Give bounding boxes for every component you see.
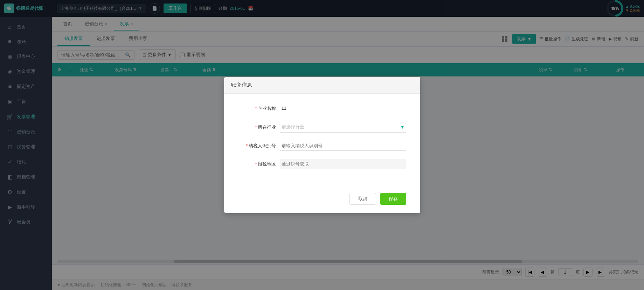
dialog-body: *企业名称 *所在行业 请选择行业 ▼ *纳税人识别号 bbox=[224, 94, 420, 187]
dialog-header: 账套信息 bbox=[224, 77, 420, 94]
modal-overlay: 账套信息 *企业名称 *所在行业 请选择行业 ▼ bbox=[0, 0, 644, 290]
industry-label: *所在行业 bbox=[238, 124, 280, 130]
cancel-button[interactable]: 取消 bbox=[349, 193, 376, 205]
form-row-industry: *所在行业 请选择行业 ▼ bbox=[238, 122, 406, 133]
form-row-company-name: *企业名称 bbox=[238, 103, 406, 113]
industry-select[interactable]: 请选择行业 ▼ bbox=[280, 122, 406, 133]
company-name-label: *企业名称 bbox=[238, 105, 280, 112]
industry-placeholder: 请选择行业 bbox=[282, 124, 304, 130]
company-name-input[interactable] bbox=[280, 103, 406, 113]
tax-id-label: *纳税人识别号 bbox=[238, 143, 280, 149]
tax-id-input[interactable] bbox=[280, 141, 406, 151]
account-info-dialog: 账套信息 *企业名称 *所在行业 请选择行业 ▼ bbox=[224, 77, 420, 213]
tax-region-label: *报税地区 bbox=[238, 161, 280, 167]
industry-dropdown-icon: ▼ bbox=[400, 124, 405, 130]
dialog-title: 账套信息 bbox=[231, 82, 252, 88]
save-button[interactable]: 保存 bbox=[380, 193, 406, 205]
form-row-tax-region: *报税地区 bbox=[238, 159, 406, 169]
tax-region-input bbox=[280, 159, 406, 169]
form-row-tax-id: *纳税人识别号 bbox=[238, 141, 406, 151]
dialog-footer: 取消 保存 bbox=[224, 187, 420, 213]
